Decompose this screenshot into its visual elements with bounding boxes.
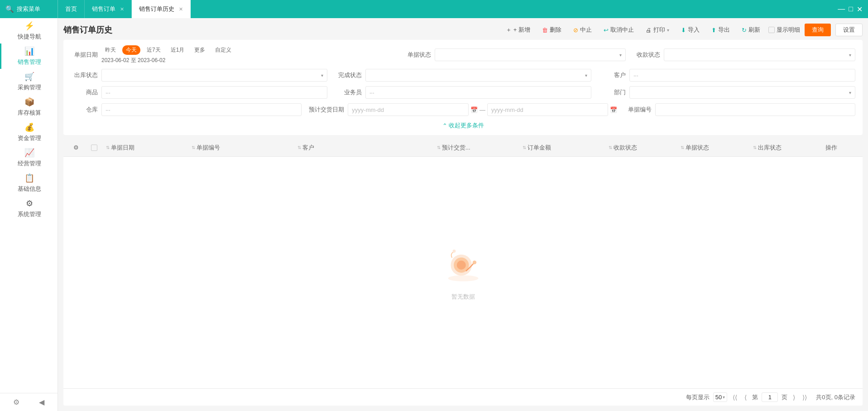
date-today[interactable]: 今天	[122, 45, 140, 55]
complete-status-select[interactable]: ▾	[365, 69, 591, 82]
prev-page-btn[interactable]: ⟨	[743, 393, 748, 402]
filter-bill-status-field: 单据状态 ▾	[404, 48, 626, 61]
goods-input[interactable]: ···	[101, 86, 327, 99]
date-1month[interactable]: 近1月	[167, 45, 188, 55]
delivery-end-input[interactable]: yyyy-mm-dd	[487, 103, 608, 116]
new-button[interactable]: ＋ + 新增	[502, 24, 534, 36]
sort-icon-number: ⇅	[192, 145, 195, 150]
warehouse-ellipsis[interactable]: ···	[106, 106, 110, 113]
page-size-label: 每页显示	[686, 393, 710, 401]
export-button[interactable]: ⬆ 导出	[708, 24, 734, 36]
stop-button[interactable]: ⊘ 中止	[570, 24, 595, 36]
delete-icon: 🗑	[542, 27, 548, 34]
minimize-btn[interactable]: —	[838, 5, 845, 13]
th-payment[interactable]: ⇅ 收款状态	[606, 140, 678, 155]
last-page-btn[interactable]: ⟩⟩	[801, 393, 809, 402]
page-number-input[interactable]	[762, 392, 778, 402]
sidebar-item-sales-mgmt-label: 销售管理	[18, 58, 41, 66]
salesperson-input[interactable]: ···	[365, 86, 591, 99]
th-customer[interactable]: ⇅ 客户	[295, 140, 434, 155]
first-page-btn[interactable]: ⟨⟨	[731, 393, 739, 402]
settings-icon[interactable]: ⚙	[73, 144, 79, 151]
collapse-label: 收起更多条件	[449, 121, 484, 130]
bill-number-input[interactable]	[655, 103, 855, 116]
cancel-stop-button[interactable]: ↩ 取消中止	[600, 24, 638, 36]
date-yesterday[interactable]: 昨天	[101, 45, 120, 55]
refresh-button[interactable]: ↻ 刷新	[738, 24, 764, 36]
date-more[interactable]: 更多	[191, 45, 209, 55]
warehouse-input[interactable]: ···	[101, 103, 302, 116]
th-date[interactable]: ⇅ 单据日期	[103, 140, 189, 155]
sidebar-item-basic-info-label: 基础信息	[18, 185, 41, 193]
th-delivery[interactable]: ⇅ 预计交货...	[434, 140, 520, 155]
delete-button[interactable]: 🗑 删除	[538, 24, 565, 36]
query-button[interactable]: 查询	[805, 24, 831, 36]
display-detail-toggle[interactable]: 显示明细	[768, 26, 800, 34]
operations-icon: 📈	[24, 148, 34, 158]
date-options: 昨天 今天 近7天 近1月 更多 自定义	[101, 45, 397, 55]
purchase-mgmt-icon: 🛒	[24, 72, 34, 82]
calendar-end-icon[interactable]: 📅	[610, 106, 617, 113]
page-size-value: 50	[715, 394, 722, 401]
th-amount[interactable]: ⇅ 订单金额	[520, 140, 605, 155]
date-dash: —	[480, 106, 485, 113]
print-button[interactable]: 🖨 打印 ▾	[642, 24, 673, 36]
warehouse-status-select[interactable]: ▾	[101, 69, 327, 82]
collapse-button[interactable]: ⌃ 收起更多条件	[442, 121, 484, 130]
sidebar-item-basic-info[interactable]: 📋 基础信息	[0, 170, 58, 196]
delivery-start-input[interactable]: yyyy-mm-dd	[348, 103, 469, 116]
th-number[interactable]: ⇅ 单据编号	[189, 140, 295, 155]
th-bill-status[interactable]: ⇅ 单据状态	[678, 140, 750, 155]
sidebar-item-finance[interactable]: 💰 资金管理	[0, 120, 58, 145]
th-customer-label: 客户	[302, 144, 314, 152]
complete-status-dropdown-icon: ▾	[585, 73, 587, 78]
sidebar-item-inventory-label: 库存核算	[18, 109, 41, 117]
tab-sales-order[interactable]: 销售订单 ✕	[85, 0, 132, 18]
th-payment-label: 收款状态	[614, 144, 637, 152]
refresh-icon: ↻	[742, 27, 747, 34]
page-size-select[interactable]: 50 ▾	[713, 392, 727, 402]
date-custom[interactable]: 自定义	[211, 45, 235, 55]
sidebar-item-quick-nav[interactable]: ⚡ 快捷导航	[0, 18, 58, 44]
salesperson-ellipsis[interactable]: ···	[369, 89, 374, 96]
content-area: 销售订单历史 ＋ + 新增 🗑 删除 ⊘ 中止 ↩	[58, 18, 868, 411]
sidebar-item-sales-mgmt[interactable]: 📊 销售管理	[0, 44, 58, 69]
th-check[interactable]	[85, 141, 103, 155]
sidebar-item-system-mgmt[interactable]: ⚙ 系统管理	[0, 196, 58, 221]
close-btn[interactable]: ✕	[857, 5, 863, 14]
date-7days[interactable]: 近7天	[143, 45, 164, 55]
dept-select[interactable]: ▾	[629, 86, 855, 99]
top-bar: 🔍 搜索菜单 首页 销售订单 ✕ 销售订单历史 ✕ — □ ✕	[0, 0, 868, 18]
header-checkbox[interactable]	[91, 145, 97, 151]
bill-status-select[interactable]: ▾	[435, 48, 626, 61]
import-label: 导入	[688, 26, 700, 34]
sidebar-item-purchase-mgmt-label: 采购管理	[18, 83, 41, 92]
import-button[interactable]: ⬇ 导入	[677, 24, 703, 36]
sidebar-collapse-icon[interactable]: ◀	[39, 398, 44, 406]
tab-sales-order-history[interactable]: 销售订单历史 ✕	[132, 0, 191, 18]
tab-home[interactable]: 首页	[58, 0, 85, 18]
th-settings[interactable]: ⚙	[67, 140, 85, 155]
data-table: ⚙ ⇅ 单据日期 ⇅ 单据编号 ⇅ 客户	[63, 139, 863, 406]
maximize-btn[interactable]: □	[849, 5, 853, 13]
sidebar-item-operations[interactable]: 📈 经营管理	[0, 145, 58, 170]
search-menu-bar[interactable]: 🔍 搜索菜单	[0, 0, 58, 18]
sidebar-item-inventory[interactable]: 📦 库存核算	[0, 94, 58, 120]
tab-sales-order-close[interactable]: ✕	[120, 6, 124, 12]
next-page-btn[interactable]: ⟩	[791, 393, 797, 402]
payment-status-select[interactable]: ▾	[664, 48, 855, 61]
cancel-stop-label: 取消中止	[610, 26, 634, 34]
sidebar-settings-icon[interactable]: ⚙	[13, 398, 19, 406]
calendar-start-icon[interactable]: 📅	[470, 106, 478, 113]
salesperson-label: 业务员	[335, 88, 362, 97]
sidebar-bottom: ⚙ ◀	[0, 393, 58, 411]
th-warehouse-status[interactable]: ⇅ 出库状态	[750, 140, 823, 155]
display-detail-checkbox[interactable]	[768, 27, 775, 33]
goods-ellipsis[interactable]: ···	[106, 89, 110, 96]
customer-ellipsis[interactable]: ···	[633, 72, 638, 79]
sidebar-item-purchase-mgmt[interactable]: 🛒 采购管理	[0, 69, 58, 94]
settings-button[interactable]: 设置	[835, 24, 863, 36]
tab-sales-order-history-close[interactable]: ✕	[179, 6, 183, 12]
print-label: 打印	[653, 26, 665, 34]
customer-input[interactable]: ···	[629, 69, 855, 82]
